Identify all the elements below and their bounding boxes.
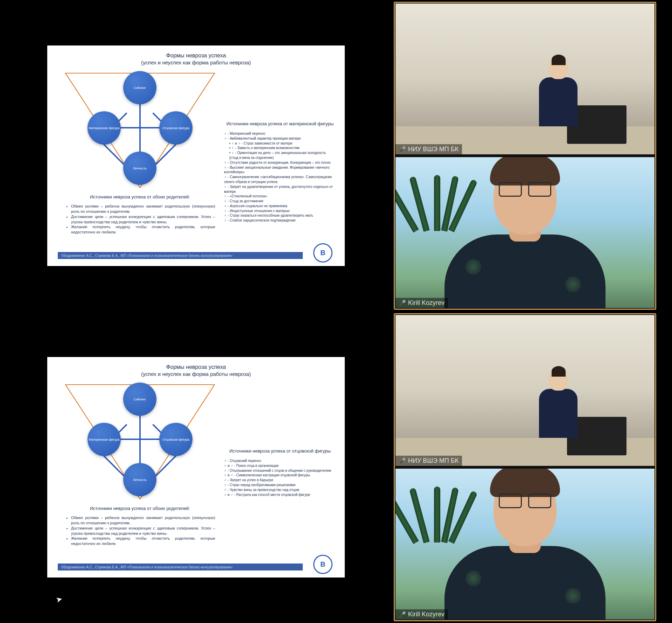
list-item: ♂ - Страх перед необратимыми решениями [224,483,336,488]
list-item: ♀ и ♂ - Символическая кастрация отцовско… [224,473,336,478]
list-item: ♀ - Самоограничение «эксгибиционизма усп… [224,175,336,184]
list-item: ♀ - Страх оказаться неспособным удовлетв… [224,213,336,218]
slide-footer: ©Евдокименко А.С., Стрижова Е.А., МП «Пс… [58,564,303,570]
right-col-title: Источники невроза успеха от отцовской фи… [224,448,336,454]
list-item: Желание потерпеть неудачу, чтобы отомсти… [71,536,215,546]
video-tile-kirill[interactable]: 🎤 Kirill Kozyrev [396,469,654,620]
list-item: ♀ - Стыд за достижения [224,199,336,204]
presenter-figure [539,368,578,438]
slide-content: Формы невроза успеха (успех и неуспех ка… [47,46,345,266]
list-item: Обмен ролями – ребенок вынужденно занима… [71,204,215,214]
list-item: ♀ - Запрет на удовлетворение от успеха, … [224,184,336,194]
video-tile-presenter[interactable]: 🎤 НИУ ВШЭ МП БК [396,315,654,466]
list-item: • ♀ - Ориентация на дело – это эмоционал… [224,150,336,160]
nameplate: 🎤 НИУ ВШЭ МП БК [396,144,462,154]
nameplate: 🎤 Kirill Kozyrev [396,298,448,308]
mute-icon: 🎤 [399,611,406,618]
list-item: Достижение цели – успешная конкуренция с… [71,214,215,225]
list-item: Обмен ролями – ребенок вынужденно занима… [71,515,215,526]
left-col-list: Обмен ролями – ребенок вынужденно занима… [65,204,215,235]
list-item: ♂ - Запрет на успех в Карьере [224,478,336,483]
right-col-title: Источники невроза успеха от материнской … [224,121,336,127]
diagram-triangle: Сиблинг Материнская фигура Отцовская фиг… [65,384,215,500]
hse-logo-icon: В [313,555,332,574]
list-item: ♂ - Отцовский перенос [224,458,336,463]
right-column-maternal: Источники невроза успеха от материнской … [224,121,336,223]
list-item: ♀ - Инцестуозные отношения с матерью [224,209,336,214]
slide-content: Формы невроза успеха (успех и неуспех ка… [47,357,345,578]
hse-logo-icon: В [313,243,332,262]
left-col-title: Источники невроза успеха от обоих родите… [65,506,215,511]
right-column-paternal: Источники невроза успеха от отцовской фи… [224,448,336,497]
mute-icon: 🎤 [399,457,406,464]
list-item: ♂ - Отыгрывание отношений с отцом в обще… [224,468,336,473]
list-item: ♂ - Чувство вины за превосходство над от… [224,488,336,492]
list-item: • ♀ - Зависть к материнским возможностям [224,146,336,150]
list-item: ♀ и ♂ - Растрата как способ мести отцовс… [224,492,336,497]
left-column: Источники невроза успеха от обоих родите… [65,506,215,546]
slide-title: Формы невроза успеха [58,364,334,370]
list-item: ♀ - Материнский перенос [224,131,336,136]
list-item: Достижение цели – успешная конкуренция с… [71,526,215,536]
participant-name: НИУ ВШЭ МП БК [408,146,458,153]
list-item: ♀ - Отсутствие радости от конкуренции. К… [224,160,336,165]
shared-slide-1: Формы невроза успеха (успех и неуспех ка… [2,2,390,310]
node-sibling: Сиблинг [123,71,156,104]
shared-slide-2: Формы невроза успеха (успех и неуспех ка… [2,313,390,621]
list-item: Желание потерпеть неудачу, чтобы отомсти… [71,224,215,235]
slide-footer: ©Евдокименко А.С., Стрижова Е.А., МП «Пс… [58,252,303,259]
video-tile-presenter[interactable]: 🎤 НИУ ВШЭ МП БК [396,4,654,154]
participant-figure [444,476,606,620]
video-conference-grid: Формы невроза успеха (успех и неуспех ка… [0,0,672,623]
list-item: ♀ - Высокие эмоциональные ожидания. Форм… [224,165,336,175]
slide-subtitle: (успех и неуспех как форма работы невроз… [58,371,334,377]
presenter-figure [539,56,578,126]
participant-name: Kirill Kozyrev [408,611,444,618]
list-item: ♀ и ♂ - Поиск отца в организации [224,463,336,468]
video-tile-kirill[interactable]: 🎤 Kirill Kozyrev [396,157,654,308]
participant-name: НИУ ВШЭ МП БК [408,457,458,464]
node-father: Отцовская фигура [159,423,192,456]
mute-icon: 🎤 [399,300,406,306]
mute-icon: 🎤 [399,146,406,153]
slide-subtitle: (успех и неуспех как форма работы невроз… [58,59,334,65]
list-item: ♀ - Агрессия социально не приемлема [224,204,336,209]
list-item: ♀ - Слабое нарциссическое подтверждение [224,218,336,223]
node-mother: Материнская фигура [88,423,121,456]
right-col-body: ♂ - Отцовский перенос ♀ и ♂ - Поиск отца… [224,458,336,497]
node-sibling: Сиблинг [123,383,156,416]
nameplate: 🎤 Kirill Kozyrev [396,609,448,620]
participant-figure [444,164,606,308]
glasses-icon [499,182,551,196]
node-person: Личность [123,463,156,496]
glasses-icon [499,493,551,507]
left-column: Источники невроза успеха от обоих родите… [65,194,215,235]
node-mother: Материнская фигура [88,111,121,145]
participant-column-top: 🎤 НИУ ВШЭ МП БК 🎤 Kirill Kozyrev [394,2,656,310]
participant-column-bottom: 🎤 НИУ ВШЭ МП БК 🎤 Kirill Kozyrev [394,313,656,621]
left-col-title: Источники невроза успеха от обоих родите… [65,194,215,200]
participant-name: Kirill Kozyrev [408,299,444,307]
left-col-list: Обмен ролями – ребенок вынужденно занима… [65,515,215,546]
diagram-triangle: Сиблинг Материнская фигура Отцовская фиг… [65,73,215,188]
list-item: ♀ - «Стеклянный потолок» [224,194,336,199]
nameplate: 🎤 НИУ ВШЭ МП БК [396,456,462,466]
slide-title: Формы невроза успеха [58,52,334,59]
right-col-body: ♀ - Материнский перенос ♀ - Амбивалентны… [224,131,336,223]
node-person: Личность [123,152,156,185]
list-item: ♀ - Амбивалентный характер проекции мате… [224,136,336,141]
node-father: Отцовская фигура [159,111,192,145]
list-item: • ♀ и ♂ - Страх зависимости от матери [224,141,336,146]
